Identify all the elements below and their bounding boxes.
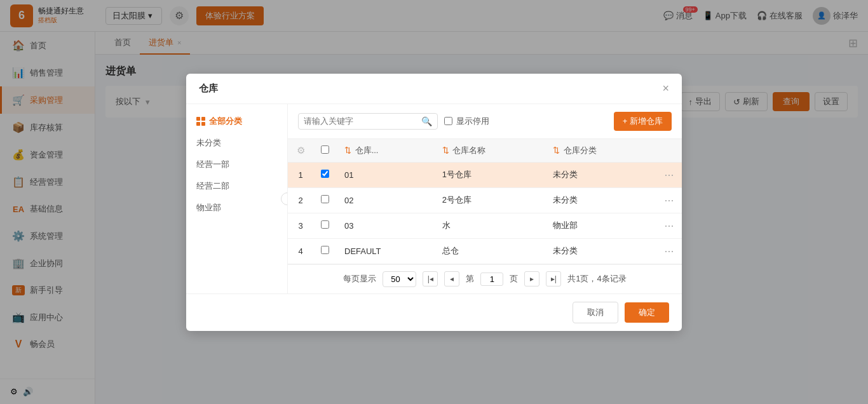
show-disabled-label[interactable]: 显示停用 [444, 116, 489, 127]
page-prev-button[interactable]: ◂ [444, 271, 459, 286]
row-category: 未分类 [545, 187, 656, 213]
row-category: 未分类 [545, 162, 656, 187]
modal-body: 全部分类 未分类 经营一部 经营二部 物业部 《 [186, 104, 682, 293]
more-icon[interactable]: ··· [664, 168, 674, 181]
category-item-2[interactable]: 经营二部 [186, 175, 287, 197]
col-header-gear: ⚙ [288, 138, 313, 162]
row-category: 未分类 [545, 238, 656, 264]
table-container: ⚙ ⇅ 仓库... ⇅ [288, 138, 682, 264]
row-more[interactable]: ··· [656, 162, 682, 187]
row-num: 4 [288, 238, 313, 264]
col-header-name: ⇅ 仓库名称 [435, 138, 546, 162]
table-row[interactable]: 1 01 1号仓库 未分类 ··· [288, 162, 682, 187]
warehouse-modal: 仓库 × 全部分类 未分类 经营一部 经营二部 [186, 74, 682, 331]
row-checkbox[interactable] [313, 213, 337, 238]
search-input[interactable] [304, 116, 421, 126]
row-code: 01 [337, 162, 435, 187]
total-label: 共1页，4条记录 [567, 273, 626, 285]
modal-overlay: 仓库 × 全部分类 未分类 经营一部 经营二部 [0, 0, 868, 404]
row-name: 2号仓库 [435, 187, 546, 213]
row-num: 3 [288, 213, 313, 238]
row-code: 03 [337, 213, 435, 238]
category-all-label: 全部分类 [209, 116, 242, 127]
col-header-category: ⇅ 仓库分类 [545, 138, 656, 162]
row-num: 2 [288, 187, 313, 213]
page-first-button[interactable]: |◂ [423, 271, 438, 286]
modal-header: 仓库 × [186, 74, 682, 104]
table-body: 1 01 1号仓库 未分类 ··· 2 02 2号仓库 未分类 ··· 3 03… [288, 162, 682, 264]
grid-icon [196, 117, 205, 126]
search-icon[interactable]: 🔍 [421, 116, 432, 126]
per-page-select[interactable]: 50 [383, 271, 416, 287]
sort-icon-code: ⇅ [344, 145, 351, 155]
per-page-label: 每页显示 [343, 273, 376, 285]
row-name: 总仓 [435, 238, 546, 264]
category-item-1[interactable]: 经营一部 [186, 154, 287, 175]
page-unit: 页 [510, 273, 518, 285]
row-more[interactable]: ··· [656, 238, 682, 264]
modal-title: 仓库 [199, 83, 218, 95]
gear-header-icon[interactable]: ⚙ [297, 145, 305, 156]
page-next-button[interactable]: ▸ [524, 271, 539, 286]
page-last-button[interactable]: ▸| [546, 271, 561, 286]
search-wrap: 🔍 [298, 113, 438, 130]
col-header-actions [656, 138, 682, 162]
page-label: 第 [466, 273, 474, 285]
show-disabled-checkbox[interactable] [444, 117, 452, 125]
add-warehouse-button[interactable]: + 新增仓库 [614, 112, 672, 131]
row-checkbox[interactable] [313, 187, 337, 213]
more-icon[interactable]: ··· [664, 245, 674, 257]
table-row[interactable]: 4 DEFAULT 总仓 未分类 ··· [288, 238, 682, 264]
modal-footer: 取消 确定 [186, 293, 682, 331]
row-code: 02 [337, 187, 435, 213]
row-more[interactable]: ··· [656, 213, 682, 238]
row-num: 1 [288, 162, 313, 187]
sort-icon-name: ⇅ [442, 145, 449, 155]
table-row[interactable]: 2 02 2号仓库 未分类 ··· [288, 187, 682, 213]
row-name: 水 [435, 213, 546, 238]
table-row[interactable]: 3 03 水 物业部 ··· [288, 213, 682, 238]
table-panel: 🔍 显示停用 + 新增仓库 ⚙ [288, 104, 682, 293]
page-input[interactable] [480, 273, 503, 286]
row-checkbox[interactable] [313, 162, 337, 187]
col-header-checkbox [313, 138, 337, 162]
row-checkbox[interactable] [313, 238, 337, 264]
col-header-code: ⇅ 仓库... [337, 138, 435, 162]
row-category: 物业部 [545, 213, 656, 238]
modal-close-button[interactable]: × [662, 83, 669, 94]
cancel-button[interactable]: 取消 [573, 302, 618, 323]
sort-icon-category: ⇅ [553, 145, 560, 155]
category-panel: 全部分类 未分类 经营一部 经营二部 物业部 《 [186, 104, 288, 293]
row-name: 1号仓库 [435, 162, 546, 187]
more-icon[interactable]: ··· [664, 194, 674, 206]
warehouse-table: ⚙ ⇅ 仓库... ⇅ [288, 138, 682, 264]
category-all[interactable]: 全部分类 [186, 111, 287, 132]
category-item-0[interactable]: 未分类 [186, 132, 287, 154]
confirm-button[interactable]: 确定 [625, 302, 669, 323]
row-more[interactable]: ··· [656, 187, 682, 213]
select-all-checkbox[interactable] [321, 145, 329, 154]
category-item-3[interactable]: 物业部 [186, 197, 287, 219]
more-icon[interactable]: ··· [664, 219, 674, 232]
table-toolbar: 🔍 显示停用 + 新增仓库 [288, 104, 682, 138]
table-header-row: ⚙ ⇅ 仓库... ⇅ [288, 138, 682, 162]
row-code: DEFAULT [337, 238, 435, 264]
pagination: 每页显示 50 |◂ ◂ 第 页 ▸ ▸| 共1页，4条记录 [288, 264, 682, 293]
